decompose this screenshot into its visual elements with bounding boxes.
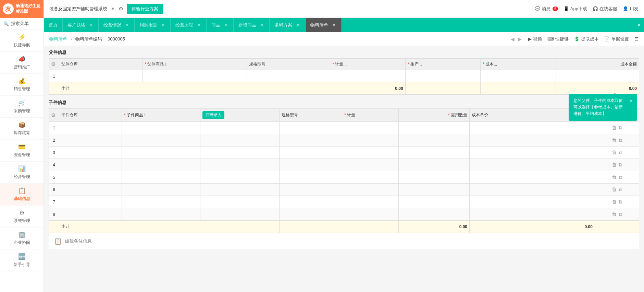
child-row-6-spec[interactable] (279, 184, 342, 196)
child-row-7-spec[interactable] (279, 196, 342, 208)
child-row-2-quantity[interactable] (342, 134, 398, 147)
child-row-3-goods[interactable] (122, 147, 200, 159)
tab-operations-status-close[interactable]: × (125, 23, 129, 27)
next-arrow[interactable]: ▶ (517, 36, 523, 42)
search-menu[interactable]: 🔍 搜索菜单 (0, 18, 44, 30)
child-row-8-delete-icon[interactable]: 🗑 (612, 211, 617, 217)
tab-goods-close[interactable]: × (224, 23, 228, 27)
tab-bom[interactable]: 物料清单 × (306, 18, 342, 32)
child-row-8-spec[interactable] (279, 208, 342, 221)
sidebar-item-system[interactable]: ⚙ 系统管理 (0, 206, 44, 227)
child-row-1-needed[interactable] (398, 122, 469, 134)
sidebar-item-basic-info[interactable]: 📋 基础信息 (0, 184, 44, 206)
child-row-2-copy-icon[interactable]: ⧉ (619, 137, 622, 143)
extract-cost-action[interactable]: 💲 提取成本 (574, 36, 599, 42)
tab-bom-close[interactable]: × (332, 23, 336, 27)
child-row-7-scan[interactable] (200, 196, 279, 208)
child-row-3-cost-amount[interactable] (532, 147, 595, 159)
child-row-8-warehouse[interactable] (59, 208, 122, 221)
child-row-3-quantity[interactable] (342, 147, 398, 159)
system-dropdown[interactable]: ▼ (111, 6, 115, 11)
child-th-scan[interactable]: 扫码录入 (200, 109, 279, 122)
sidebar-item-sales[interactable]: 💰 销售管理 (0, 74, 44, 96)
child-row-7-cost-amount[interactable] (532, 196, 595, 208)
child-row-2-cost-amount[interactable] (532, 134, 595, 147)
child-row-4-unit-cost[interactable] (470, 159, 532, 171)
nav-close-all[interactable]: × (634, 22, 644, 28)
bottom-note-label[interactable]: 编辑备注信息 (65, 238, 92, 244)
tab-profit-close[interactable]: × (161, 23, 165, 27)
parent-th-gear[interactable]: ⚙ (49, 59, 59, 70)
child-row-3-scan[interactable] (200, 147, 279, 159)
child-row-6-scan[interactable] (200, 184, 279, 196)
parent-row-1-goods[interactable] (143, 70, 247, 82)
tab-customer[interactable]: 客户联络 × (63, 18, 99, 32)
parent-row-1-cost-amount[interactable] (556, 70, 639, 82)
child-row-2-needed[interactable] (398, 134, 469, 147)
tab-customer-close[interactable]: × (89, 23, 94, 27)
child-row-4-delete-icon[interactable]: 🗑 (612, 162, 617, 168)
child-row-5-goods[interactable] (122, 171, 200, 184)
parent-row-1-spec[interactable] (247, 70, 330, 82)
tab-new-goods-close[interactable]: × (260, 23, 264, 27)
child-row-6-goods[interactable] (122, 184, 200, 196)
tab-profit[interactable]: 利润报告 × (135, 18, 171, 32)
child-row-1-goods[interactable] (122, 122, 200, 134)
child-row-7-quantity[interactable] (342, 196, 398, 208)
tab-new-goods[interactable]: 新增商品 × (234, 18, 270, 32)
sidebar-item-marketing[interactable]: 📣 营销推广 (0, 52, 44, 74)
child-row-5-quantity[interactable] (342, 171, 398, 184)
trial-button[interactable]: 体验行业方案 (127, 4, 163, 14)
child-row-7-goods[interactable] (122, 196, 200, 208)
tab-history[interactable]: 经营历程 × (171, 18, 207, 32)
child-row-5-copy-icon[interactable]: ⧉ (619, 174, 622, 180)
child-row-4-warehouse[interactable] (59, 159, 122, 171)
user-item[interactable]: 👤 用友 (623, 6, 639, 12)
child-row-4-copy-icon[interactable]: ⧉ (619, 162, 622, 168)
sidebar-item-enterprise[interactable]: 🏢 企业协同 (0, 227, 44, 249)
child-row-1-warehouse[interactable] (59, 122, 122, 134)
child-row-3-spec[interactable] (279, 147, 342, 159)
child-row-8-goods[interactable] (122, 208, 200, 221)
tab-home[interactable]: 首页 (44, 18, 63, 32)
child-row-2-scan[interactable] (200, 134, 279, 147)
child-row-3-needed[interactable] (398, 147, 469, 159)
child-row-1-unit-cost[interactable] (470, 122, 532, 134)
child-row-6-warehouse[interactable] (59, 184, 122, 196)
child-row-2-delete-icon[interactable]: 🗑 (612, 137, 617, 143)
child-row-4-scan[interactable] (200, 159, 279, 171)
child-row-4-spec[interactable] (279, 159, 342, 171)
sidebar-item-quick-nav[interactable]: ⚡ 快捷导航 (0, 30, 44, 52)
layout-icon-action[interactable]: ☰ (634, 36, 639, 42)
child-row-3-copy-icon[interactable]: ⧉ (619, 150, 622, 155)
tab-operations-status[interactable]: 经营情况 × (99, 18, 135, 32)
child-row-6-copy-icon[interactable]: ⧉ (619, 187, 622, 192)
breadcrumb-link[interactable]: 物料清单 (49, 36, 67, 42)
child-row-8-cost-amount[interactable] (532, 208, 595, 221)
child-row-6-quantity[interactable] (342, 184, 398, 196)
child-row-2-unit-cost[interactable] (470, 134, 532, 147)
child-row-7-needed[interactable] (398, 196, 469, 208)
child-row-5-cost-amount[interactable] (532, 171, 595, 184)
message-item[interactable]: 💬 消息 6 (535, 6, 558, 12)
parent-row-1-warehouse[interactable] (59, 70, 143, 82)
online-service-item[interactable]: 🎧 在线客服 (593, 6, 617, 12)
app-download-item[interactable]: 📱 App下载 (564, 6, 587, 12)
prev-arrow[interactable]: ◀ (510, 36, 516, 42)
child-row-8-copy-icon[interactable]: ⧉ (619, 211, 622, 217)
parent-row-1-quantity[interactable] (330, 70, 405, 82)
shortcut-action[interactable]: ⌨ 快捷键 (547, 36, 569, 42)
sidebar-item-operations[interactable]: 📊 经营管理 (0, 162, 44, 184)
child-row-2-warehouse[interactable] (59, 134, 122, 147)
child-row-5-warehouse[interactable] (59, 171, 122, 184)
scan-button[interactable]: 扫码录入 (202, 111, 224, 119)
tab-goods[interactable]: 商品 × (207, 18, 234, 32)
child-row-1-copy-icon[interactable]: ⧉ (619, 125, 622, 131)
child-row-8-unit-cost[interactable] (470, 208, 532, 221)
sidebar-item-guide[interactable]: 🆕 新手引导 (0, 249, 44, 271)
single-settings-action[interactable]: 📄 单据设置 (604, 36, 629, 42)
child-row-4-cost-amount[interactable] (532, 159, 595, 171)
sidebar-item-finance[interactable]: 💳 资金管理 (0, 140, 44, 162)
child-th-gear[interactable]: ⚙ (49, 109, 59, 122)
child-row-8-quantity[interactable] (342, 208, 398, 221)
